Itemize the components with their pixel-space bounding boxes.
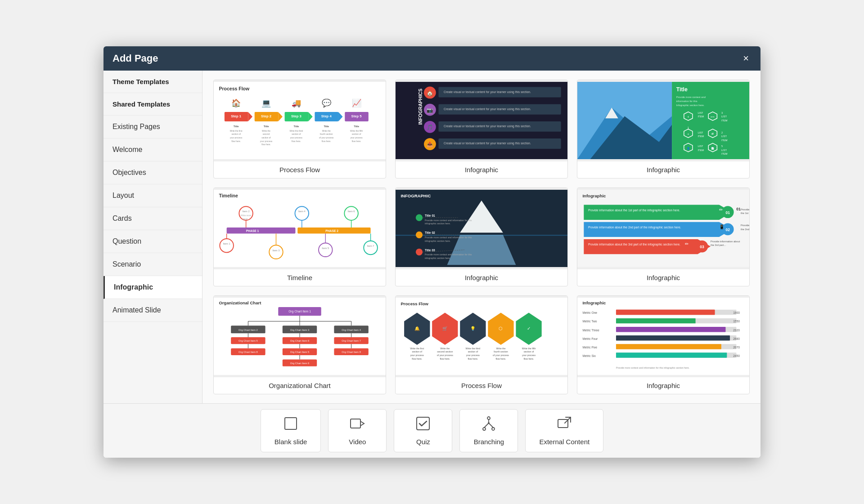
quiz-button[interactable]: Quiz (394, 409, 452, 452)
template-card-infographic-arrows[interactable]: Infographic 01 01 Provide information ab… (577, 187, 750, 286)
svg-text:your process: your process (350, 137, 363, 139)
blank-slide-label: Blank slide (274, 438, 307, 446)
svg-text:📷: 📷 (427, 107, 433, 113)
svg-rect-248 (616, 310, 715, 315)
svg-text:Metric Five: Metric Five (582, 346, 597, 349)
svg-text:Title 02: Title 02 (425, 231, 435, 234)
svg-text:fourth section: fourth section (320, 133, 333, 135)
sidebar-item-animated-slide[interactable]: Animated Slide (104, 299, 202, 322)
svg-text:Provide information about: Provide information about (741, 224, 749, 227)
template-card-timeline[interactable]: Timeline PHASE 1 PHASE 2 Item 2 Write mo… (213, 187, 386, 286)
svg-text:LIST: LIST (698, 112, 703, 114)
svg-text:Provide information about: Provide information about (711, 240, 740, 243)
svg-rect-274 (417, 417, 429, 430)
sidebar-item-theme-templates[interactable]: Theme Templates (104, 71, 202, 93)
sidebar-item-cards[interactable]: Cards (104, 207, 202, 230)
sidebar-item-objectives[interactable]: Objectives (104, 161, 202, 184)
sidebar-item-existing-pages[interactable]: Existing Pages (104, 116, 202, 138)
sidebar-item-infographic[interactable]: Infographic (104, 276, 202, 299)
external-content-icon (557, 416, 572, 434)
svg-text:🚚: 🚚 (292, 98, 302, 108)
template-grid-area: Process Flow 🏠 💻 🚚 💬 📈 (202, 71, 760, 403)
svg-point-281 (488, 422, 490, 424)
svg-text:1900: 1900 (733, 311, 740, 314)
template-card-infographic-bars[interactable]: Infographic Metric One 1900 Metric Two (577, 295, 750, 394)
branching-label: Branching (474, 438, 504, 446)
external-content-button[interactable]: External Content (525, 409, 603, 452)
sidebar-item-layout[interactable]: Layout (104, 184, 202, 207)
svg-text:PHASE 1: PHASE 1 (246, 229, 259, 232)
video-label: Video (349, 438, 366, 446)
svg-text:Item 7: Item 7 (367, 245, 374, 247)
svg-text:Item 2: Item 2 (243, 210, 250, 213)
sidebar-item-scenario[interactable]: Scenario (104, 253, 202, 276)
svg-text:Provide more context and infor: Provide more context and information for… (616, 366, 689, 369)
blank-slide-button[interactable]: Blank slide (261, 409, 321, 452)
svg-text:flow here.: flow here. (231, 140, 241, 143)
svg-text:section of: section of (261, 137, 271, 139)
svg-text:Org Chart Item 5: Org Chart Item 5 (290, 351, 310, 353)
svg-text:Item 3: Item 3 (273, 249, 280, 252)
svg-text:flow here.: flow here. (496, 357, 506, 360)
add-page-modal: Add Page × Theme Templates Shared Templa… (104, 46, 760, 458)
template-image-infographic-arrows: Infographic 01 01 Provide information ab… (577, 188, 749, 269)
modal-title: Add Page (112, 53, 158, 64)
svg-text:infographic section here.: infographic section here. (425, 257, 450, 259)
template-card-infographic-green[interactable]: Title Provide more context and informati… (577, 80, 750, 178)
svg-text:Timeline: Timeline (219, 193, 238, 198)
svg-rect-268 (616, 352, 727, 357)
external-content-label: External Content (539, 438, 590, 446)
template-image-org-chart: Organizational Chart Org Chart Item 1 (214, 296, 386, 377)
svg-text:Org Chart Item 1: Org Chart Item 1 (288, 310, 311, 313)
svg-text:the 1st part...: the 1st part... (741, 212, 749, 214)
svg-text:section of: section of (231, 133, 241, 135)
svg-text:Create visual or textual conte: Create visual or textual content for you… (444, 125, 531, 128)
svg-rect-264 (616, 344, 721, 349)
template-card-process-flow-2[interactable]: Process Flow 🔔 🛒 💡 (395, 295, 568, 394)
sidebar-item-question[interactable]: Question (104, 230, 202, 253)
close-button[interactable]: × (740, 53, 752, 64)
template-image-process-flow-1: Process Flow 🏠 💻 🚚 💬 📈 (214, 80, 386, 161)
svg-text:Metric Six: Metric Six (582, 354, 596, 357)
svg-text:infographic section here.: infographic section here. (425, 222, 450, 225)
svg-text:Metric Four: Metric Four (582, 337, 598, 340)
template-image-infographic-iceberg: INFOGRAPHIC Title 01 Provide mor (396, 188, 567, 269)
svg-text:Provide more contact and infor: Provide more contact and information for… (425, 253, 472, 256)
svg-text:Provide more contact and infor: Provide more contact and information for… (425, 236, 472, 239)
svg-point-275 (487, 417, 490, 419)
template-label-infographic-arrows: Infographic (577, 269, 749, 286)
svg-text:Step 1: Step 1 (231, 114, 242, 118)
svg-text:flow here.: flow here. (524, 357, 534, 360)
template-card-org-chart[interactable]: Organizational Chart Org Chart Item 1 (213, 295, 386, 394)
svg-text:Step 4: Step 4 (321, 114, 332, 118)
quiz-icon (415, 416, 431, 434)
svg-text:section of: section of (468, 350, 478, 353)
svg-text:flow here.: flow here. (292, 140, 301, 143)
template-card-infographic-dark-1[interactable]: INFOGRAPHICS 🏠 📷 🎵 (395, 80, 568, 178)
svg-text:💡: 💡 (470, 326, 476, 331)
branching-button[interactable]: Branching (459, 409, 518, 452)
branching-icon (481, 416, 496, 434)
sidebar-item-welcome[interactable]: Welcome (104, 138, 202, 161)
svg-text:ITEM: ITEM (721, 119, 728, 122)
svg-text:your process: your process (410, 354, 424, 357)
template-card-infographic-iceberg[interactable]: INFOGRAPHIC Title 01 Provide mor (395, 187, 568, 286)
svg-text:👤: 👤 (687, 147, 690, 150)
svg-text:information for this: information for this (676, 100, 698, 103)
svg-text:Provide information about the : Provide information about the 1st part o… (588, 209, 680, 212)
svg-rect-256 (616, 327, 726, 332)
svg-text:Step 2: Step 2 (261, 114, 271, 118)
template-image-timeline: Timeline PHASE 1 PHASE 2 Item 2 Write mo… (214, 188, 386, 269)
svg-text:🏠: 🏠 (427, 90, 433, 96)
video-button[interactable]: Video (328, 409, 387, 452)
svg-text:Step 3: Step 3 (291, 114, 302, 118)
svg-text:Title: Title (234, 125, 239, 128)
svg-text:Write the first: Write the first (230, 130, 243, 132)
template-card-process-flow-1[interactable]: Process Flow 🏠 💻 🚚 💬 📈 (213, 80, 386, 178)
sidebar-item-shared-templates[interactable]: Shared Templates (104, 93, 202, 116)
svg-text:Item 1: Item 1 (223, 242, 230, 245)
template-image-infographic-green: Title Provide more context and informati… (577, 80, 749, 161)
svg-text:✏: ✏ (719, 207, 723, 212)
svg-rect-252 (616, 318, 696, 323)
svg-text:Org Chart Item 4: Org Chart Item 4 (342, 329, 361, 331)
